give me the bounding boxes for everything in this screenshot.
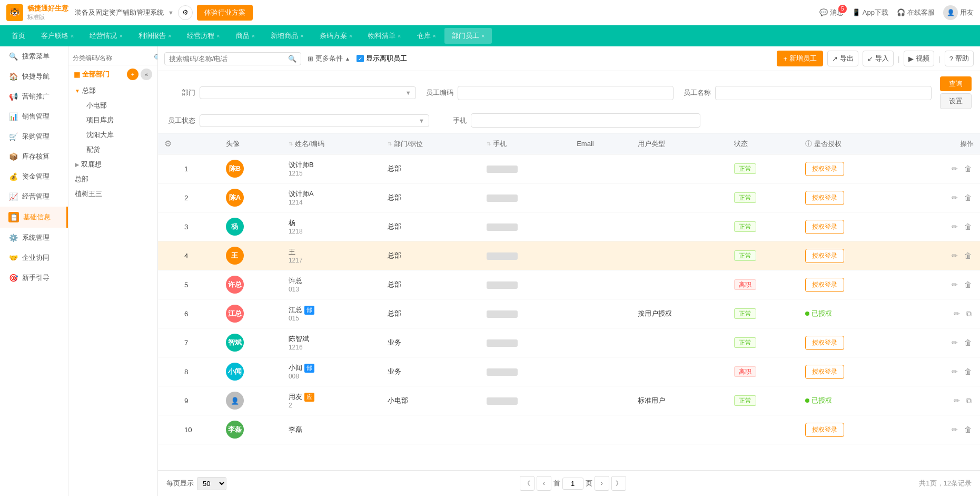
delete-btn-3[interactable]: 🗑: [962, 221, 974, 232]
edit-btn-4[interactable]: ✏: [949, 250, 960, 261]
dept-item-plant[interactable]: 植树王三: [68, 187, 157, 201]
help-button[interactable]: ? 帮助: [945, 51, 974, 66]
current-page-input[interactable]: [562, 478, 583, 490]
auth-btn-5[interactable]: 授权登录: [805, 278, 844, 292]
sidebar-item-basic[interactable]: 📋 基础信息: [0, 207, 68, 228]
sidebar-item-marketing[interactable]: 📢 营销推广: [0, 86, 68, 106]
tab-history[interactable]: 经营历程 ×: [180, 28, 227, 44]
sidebar-item-guide[interactable]: 🎯 新手引导: [0, 268, 68, 288]
last-page-btn[interactable]: 》: [611, 476, 626, 491]
query-button[interactable]: 查询: [940, 76, 972, 91]
edit-btn-5[interactable]: ✏: [949, 279, 960, 290]
edit-btn-10[interactable]: ✏: [949, 424, 960, 435]
edit-btn-3[interactable]: ✏: [949, 221, 960, 232]
delete-btn-2[interactable]: 🗑: [962, 192, 974, 203]
tab-profit[interactable]: 利润报告 ×: [131, 28, 179, 44]
dept-collapse-btn[interactable]: «: [141, 69, 152, 80]
tab-operation[interactable]: 经营情况 ×: [82, 28, 130, 44]
status-select[interactable]: ▼: [200, 114, 429, 127]
message-btn[interactable]: 💬 消息 5: [819, 8, 844, 17]
system-dropdown-arrow[interactable]: ▼: [168, 9, 174, 16]
sidebar-item-search[interactable]: 🔍 搜索菜单: [0, 46, 68, 66]
first-page-btn[interactable]: 《: [520, 476, 534, 491]
emp-name-input[interactable]: [715, 86, 932, 100]
column-settings-icon[interactable]: ⚙: [164, 139, 172, 148]
auth-btn-1[interactable]: 授权登录: [805, 162, 844, 176]
close-customer-tab[interactable]: ×: [71, 33, 74, 39]
app-download-btn[interactable]: 📱 App下载: [852, 8, 888, 17]
auth-btn-4[interactable]: 授权登录: [805, 249, 844, 263]
th-name[interactable]: ⇅ 姓名/编码: [282, 133, 381, 154]
sidebar-item-biz[interactable]: 📈 经营管理: [0, 187, 68, 207]
copy-btn-6[interactable]: ⧉: [964, 308, 974, 319]
show-resigned-wrap[interactable]: ✓ 显示离职员工: [357, 54, 407, 63]
close-goods-tab[interactable]: ×: [252, 33, 255, 39]
trial-button[interactable]: 体验行业方案: [197, 5, 253, 21]
delete-btn-10[interactable]: 🗑: [962, 424, 974, 435]
dept-item-proj[interactable]: 项目库房: [80, 113, 157, 128]
delete-btn-4[interactable]: 🗑: [962, 250, 974, 261]
sidebar-item-collab[interactable]: 🤝 企业协同: [0, 248, 68, 268]
next-page-btn[interactable]: ›: [595, 476, 609, 491]
close-barcode-tab[interactable]: ×: [349, 33, 352, 39]
edit-btn-1[interactable]: ✏: [949, 163, 960, 174]
tab-add-goods[interactable]: 新增商品 ×: [263, 28, 311, 44]
dept-item-xd[interactable]: 小电部: [80, 98, 157, 113]
emp-code-input[interactable]: [458, 86, 674, 100]
auth-btn-10[interactable]: 授权登录: [805, 423, 844, 437]
close-warehouse-tab[interactable]: ×: [433, 33, 436, 39]
close-add-goods-tab[interactable]: ×: [300, 33, 303, 39]
tab-customer[interactable]: 客户联络 ×: [34, 28, 81, 44]
tab-goods[interactable]: 商品 ×: [229, 28, 262, 44]
tab-warehouse[interactable]: 仓库 ×: [410, 28, 443, 44]
dept-item-shenyang[interactable]: 沈阳大库: [80, 128, 157, 142]
th-phone[interactable]: ⇅ 手机: [480, 133, 570, 154]
phone-input[interactable]: [471, 113, 700, 128]
auth-btn-7[interactable]: 授权登录: [805, 336, 844, 350]
edit-btn-8[interactable]: ✏: [949, 366, 960, 377]
import-button[interactable]: ↙ 导入: [863, 51, 894, 66]
sidebar-item-purchase[interactable]: 🛒 采购管理: [0, 127, 68, 147]
auth-btn-2[interactable]: 授权登录: [805, 191, 844, 205]
tab-barcode[interactable]: 条码方案 ×: [312, 28, 360, 44]
reset-button[interactable]: 设置: [940, 93, 972, 109]
sidebar-item-system[interactable]: ⚙️ 系统管理: [0, 228, 68, 248]
sidebar-item-nav[interactable]: 🏠 快捷导航: [0, 66, 68, 86]
auth-btn-8[interactable]: 授权登录: [805, 365, 844, 379]
dept-item-shuanglu[interactable]: ▶ 双鹿想: [68, 157, 157, 172]
close-dept-tab[interactable]: ×: [481, 33, 484, 39]
close-history-tab[interactable]: ×: [216, 33, 220, 39]
edit-btn-7[interactable]: ✏: [949, 337, 960, 348]
page-size-select[interactable]: 50 100 200: [197, 477, 226, 490]
delete-btn-7[interactable]: 🗑: [962, 337, 974, 348]
dept-select[interactable]: ▼: [200, 86, 416, 99]
sidebar-item-finance[interactable]: 💰 资金管理: [0, 167, 68, 187]
sidebar-item-sales[interactable]: 📊 销售管理: [0, 106, 68, 127]
dept-item-zongbu[interactable]: 总部: [68, 172, 157, 187]
delete-btn-5[interactable]: 🗑: [962, 279, 974, 290]
video-button[interactable]: ▶ 视频: [904, 51, 934, 66]
search-input[interactable]: [169, 55, 286, 63]
show-resigned-checkbox[interactable]: ✓: [357, 55, 364, 62]
delete-btn-9[interactable]: ⧉: [964, 395, 974, 406]
dept-item-head[interactable]: ▼ 总部: [68, 83, 157, 98]
dept-all-btn[interactable]: ▦ 全部部门: [74, 70, 110, 79]
close-bom-tab[interactable]: ×: [398, 33, 401, 39]
delete-btn-1[interactable]: 🗑: [962, 163, 974, 174]
delete-btn-8[interactable]: 🗑: [962, 366, 974, 377]
auth-btn-3[interactable]: 授权登录: [805, 220, 844, 234]
settings-icon[interactable]: ⚙: [178, 5, 193, 20]
dept-search-icon[interactable]: 🔍: [154, 54, 158, 62]
prev-page-btn[interactable]: ‹: [537, 476, 551, 491]
th-dept[interactable]: ⇅ 部门/职位: [381, 133, 480, 154]
edit-btn-2[interactable]: ✏: [949, 192, 960, 203]
close-operation-tab[interactable]: ×: [119, 33, 122, 39]
dept-add-btn[interactable]: +: [127, 69, 138, 80]
dept-search-input[interactable]: [73, 54, 152, 62]
edit-btn-9[interactable]: ✏: [952, 395, 962, 406]
user-area[interactable]: 👤 用友: [943, 5, 974, 20]
tab-bom[interactable]: 物料清单 ×: [361, 28, 408, 44]
online-service-btn[interactable]: 🎧 在线客服: [897, 8, 935, 17]
close-profit-tab[interactable]: ×: [168, 33, 171, 39]
export-button[interactable]: ↗ 导出: [827, 51, 858, 66]
